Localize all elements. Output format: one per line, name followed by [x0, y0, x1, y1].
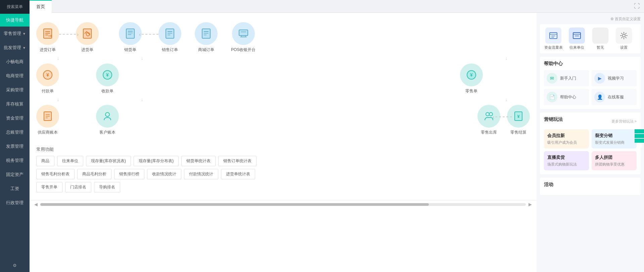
sales-order-icon: [158, 22, 181, 45]
node-customer-ledger[interactable]: 客户账本: [96, 102, 119, 138]
sidebar-item-retail[interactable]: 零售管理 ▼: [0, 27, 30, 41]
scroll-right-btn[interactable]: ▶: [527, 202, 533, 207]
func-btn-goods-margin[interactable]: 商品毛利分析: [77, 169, 111, 179]
svg-rect-5: [83, 29, 91, 38]
node-retail-bill[interactable]: ¥ 零售单: [460, 61, 483, 97]
sidebar-item-assets[interactable]: 固定资产: [0, 168, 30, 182]
marketing-grid: 会员拉新 吸引用户成为会员 裂变分销 裂变式发展分销商 直播卖货 场景式购物新玩…: [544, 129, 637, 170]
node-purchase-bill[interactable]: 进货单: [76, 19, 99, 55]
mall-order-icon: [195, 22, 218, 45]
node-sales-bill[interactable]: 销货单: [119, 19, 142, 55]
activity-title: 活动: [544, 182, 637, 188]
tab-bar: 首页 ⛶: [30, 0, 644, 13]
common-functions-section: 常用功能 商品 往来单位 现存量(库存状况表) 现存量(库存分布表) 销货单统计…: [30, 141, 537, 200]
sidebar-item-payroll[interactable]: 工资: [0, 182, 30, 196]
tab-home[interactable]: 首页: [30, 0, 52, 13]
func-btn-sales-margin[interactable]: 销售毛利分析表: [36, 169, 75, 179]
sidebar-item-invoice[interactable]: 发票管理: [0, 139, 30, 153]
func-btn-sales-stat[interactable]: 销货单统计表: [181, 156, 216, 166]
marketing-item-group[interactable]: 多人拼团 拼团购物享受优惠: [592, 151, 637, 170]
marketing-item-fission[interactable]: 裂变分销 裂变式发展分销商: [592, 129, 637, 148]
customize-btn[interactable]: ⚙ 首页自定义设置: [610, 17, 641, 21]
quick-nav-contacts[interactable]: 往来单位: [567, 28, 587, 50]
more-marketing-link[interactable]: 更多营销玩法 >: [611, 119, 637, 124]
func-btn-contacts[interactable]: 往来单位: [57, 156, 83, 166]
node-retail-out[interactable]: 零售出库: [477, 102, 500, 138]
sidebar-item-ecom[interactable]: 电商管理: [0, 69, 30, 83]
func-btn-guide-rank[interactable]: 导购排名: [94, 182, 120, 192]
sidebar-item-ecom-small[interactable]: 小畅电商: [0, 55, 30, 69]
scroll-left-btn[interactable]: ◀: [33, 202, 39, 207]
marketing-item-live[interactable]: 直播卖货 场景式购物新玩法: [544, 151, 589, 170]
sidebar-item-finance[interactable]: 资金管理: [0, 111, 30, 125]
common-functions-title: 常用功能: [36, 146, 530, 152]
node-mall-order[interactable]: 商城订单: [195, 19, 218, 55]
help-item-video[interactable]: ▶ 视频学习: [592, 70, 637, 86]
sidebar-item-inventory[interactable]: 库存核算: [0, 97, 30, 111]
func-btn-stock-dist[interactable]: 现存量(库存分布表): [134, 156, 179, 166]
func-btn-receipt-stat[interactable]: 收款情况统计: [147, 169, 181, 179]
func-btn-sales-order-stat[interactable]: 销售订单统计表: [218, 156, 257, 166]
purchase-order-icon: [36, 22, 59, 45]
quick-nav-settings[interactable]: 设置: [614, 28, 634, 50]
svg-rect-49: [550, 33, 557, 39]
func-btn-store-rank[interactable]: 门店排名: [65, 182, 91, 192]
quick-nav-cashflow[interactable]: 资金流量表: [543, 28, 563, 50]
float-sidebar: 客服热线 服务社区 桌面快捷: [635, 129, 644, 143]
svg-text:¥: ¥: [46, 72, 49, 78]
func-btn-retail-order[interactable]: 零售开单: [36, 182, 62, 192]
svg-point-44: [489, 112, 493, 116]
quick-nav-grid: 资金流量表 往来单位: [543, 28, 637, 50]
node-payment[interactable]: ¥ 付款单: [36, 61, 59, 97]
float-btn-hotline[interactable]: 客服热线: [635, 129, 644, 133]
func-btn-stock-status[interactable]: 现存量(库存状况表): [86, 156, 131, 166]
svg-rect-8: [126, 29, 134, 38]
node-pos[interactable]: POS收银开台: [231, 19, 256, 55]
marketing-header: 营销玩法 更多营销玩法 >: [544, 117, 637, 126]
sidebar: 搜索菜单 快捷导航 零售管理 ▼ 批发管理 ▼ 小畅电商 电商管理 采购管理 库…: [0, 0, 30, 272]
fullscreen-icon[interactable]: ⛶: [634, 3, 644, 10]
sidebar-item-tax[interactable]: 税务管理: [0, 153, 30, 168]
quick-nav-section: 资金流量表 往来单位: [540, 24, 641, 53]
marketing-section: 营销玩法 更多营销玩法 > 会员拉新 吸引用户成为会员 裂变分销 裂变式发展分销…: [540, 112, 641, 174]
receipt-icon: ¥: [96, 63, 119, 86]
scroll-track[interactable]: [40, 203, 526, 206]
help-item-helpcenter[interactable]: 📄 帮助中心: [544, 89, 589, 105]
help-section: 帮助中心 ✉ 新手入门 ▶ 视频学习 📄 帮助中心 👤: [540, 57, 641, 109]
node-purchase-order[interactable]: 进货订单: [36, 19, 59, 55]
svg-point-43: [486, 112, 489, 116]
left-panel: 进货订单 ›: [30, 13, 537, 272]
help-item-beginner[interactable]: ✉ 新手入门: [544, 70, 589, 86]
help-grid: ✉ 新手入门 ▶ 视频学习 📄 帮助中心 👤 在线客服: [544, 70, 637, 105]
supplier-ledger-icon: [36, 105, 59, 128]
sidebar-item-purchase[interactable]: 采购管理: [0, 83, 30, 97]
online-icon: 👤: [594, 92, 605, 102]
node-retail-settle[interactable]: ¥ 零售结算: [507, 102, 530, 138]
help-title: 帮助中心: [544, 61, 637, 67]
sidebar-item-admin[interactable]: 行政管理: [0, 196, 30, 210]
empty-icon: [592, 28, 608, 44]
sidebar-item-wholesale[interactable]: 批发管理 ▼: [0, 41, 30, 55]
sidebar-settings-btn[interactable]: ⚙: [0, 259, 30, 272]
help-item-online[interactable]: 👤 在线客服: [592, 89, 637, 105]
beginner-icon: ✉: [547, 73, 557, 84]
float-btn-community[interactable]: 服务社区: [635, 134, 644, 138]
func-btn-sales-rank[interactable]: 销售排行榜: [114, 169, 144, 179]
marketing-item-member[interactable]: 会员拉新 吸引用户成为会员: [544, 129, 589, 148]
func-btn-purchase-stat[interactable]: 进货单统计表: [221, 169, 255, 179]
sidebar-search[interactable]: 搜索菜单: [0, 0, 30, 14]
node-sales-order[interactable]: 销售订单: [158, 19, 181, 55]
func-btn-goods[interactable]: 商品: [36, 156, 54, 166]
func-btn-payment-stat[interactable]: 付款情况统计: [184, 169, 218, 179]
purchase-bill-icon: [76, 22, 99, 45]
workflow-section: 进货订单 ›: [30, 13, 537, 141]
quick-nav-empty[interactable]: 暂无: [590, 28, 610, 50]
float-btn-desktop[interactable]: 桌面快捷: [635, 139, 644, 143]
node-receipt[interactable]: ¥ 收款单: [96, 61, 119, 97]
node-supplier-ledger[interactable]: 供应商账本: [36, 102, 59, 138]
pos-icon: [232, 22, 255, 45]
sidebar-quick-nav[interactable]: 快捷导航: [0, 14, 30, 27]
sidebar-item-ledger[interactable]: 总账管理: [0, 125, 30, 139]
svg-rect-23: [239, 30, 248, 36]
right-panel: ⚙ 首页自定义设置 资金流量表: [537, 13, 644, 272]
